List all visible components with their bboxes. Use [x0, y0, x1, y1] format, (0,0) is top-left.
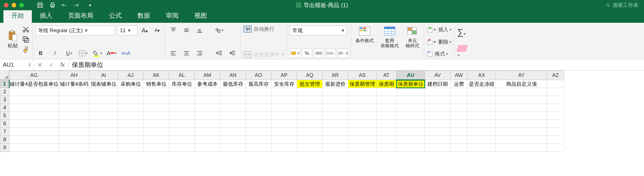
- cell[interactable]: [425, 112, 450, 120]
- cell[interactable]: [90, 120, 118, 128]
- phonetic-button[interactable]: abcA: [121, 49, 131, 58]
- cell[interactable]: [450, 120, 468, 128]
- cell[interactable]: [297, 120, 323, 128]
- cell[interactable]: [195, 96, 220, 104]
- cell[interactable]: [246, 112, 271, 120]
- cell[interactable]: 保质期单位: [396, 80, 425, 88]
- cell[interactable]: [9, 128, 59, 136]
- cell[interactable]: 建档日期: [425, 80, 450, 88]
- cell[interactable]: [9, 144, 59, 152]
- cell[interactable]: [547, 128, 564, 136]
- cell[interactable]: [220, 112, 246, 120]
- cell[interactable]: [144, 88, 169, 96]
- comma-button[interactable]: 000: [314, 49, 324, 58]
- cell[interactable]: [246, 144, 271, 152]
- name-box[interactable]: AU1 ▲▼: [0, 59, 34, 70]
- percent-button[interactable]: %: [302, 49, 312, 58]
- cell[interactable]: [496, 88, 547, 96]
- underline-button[interactable]: U▾: [64, 49, 74, 58]
- increase-indent-button[interactable]: [227, 49, 238, 58]
- cell[interactable]: [348, 136, 377, 144]
- tab-insert[interactable]: 插入: [32, 9, 60, 23]
- column-header[interactable]: AX: [468, 71, 496, 80]
- cell[interactable]: [169, 112, 195, 120]
- cell[interactable]: [297, 144, 323, 152]
- redo-button[interactable]: ▾: [74, 1, 81, 9]
- cell[interactable]: [195, 144, 220, 152]
- cell[interactable]: [118, 96, 144, 104]
- row-header[interactable]: 9: [0, 144, 9, 152]
- column-header[interactable]: AJ: [118, 71, 144, 80]
- cell[interactable]: [496, 144, 547, 152]
- cell[interactable]: [348, 144, 377, 152]
- cell[interactable]: [377, 136, 396, 144]
- decrease-indent-button[interactable]: [214, 49, 225, 58]
- cell[interactable]: [144, 120, 169, 128]
- cell[interactable]: [195, 136, 220, 144]
- cell[interactable]: 报表辅单位: [90, 80, 118, 88]
- cell[interactable]: [297, 128, 323, 136]
- cell[interactable]: [90, 128, 118, 136]
- cell[interactable]: [9, 112, 59, 120]
- cell[interactable]: [348, 112, 377, 120]
- column-header[interactable]: AP: [271, 71, 297, 80]
- cell[interactable]: [396, 144, 425, 152]
- column-header[interactable]: AO: [246, 71, 271, 80]
- cell[interactable]: [396, 96, 425, 104]
- cell[interactable]: 采购单位: [118, 80, 144, 88]
- column-header[interactable]: AG: [9, 71, 59, 80]
- decrease-decimal-button[interactable]: .00←.0: [338, 49, 348, 58]
- cell[interactable]: [323, 96, 348, 104]
- align-left-button[interactable]: [168, 49, 178, 58]
- cell[interactable]: [396, 136, 425, 144]
- cell[interactable]: [450, 136, 468, 144]
- undo-button[interactable]: ▾: [61, 1, 69, 9]
- cell[interactable]: 销售单位: [144, 80, 169, 88]
- cell[interactable]: [9, 136, 59, 144]
- cell[interactable]: [144, 136, 169, 144]
- print-icon[interactable]: [49, 1, 56, 9]
- font-size-combo[interactable]: 11▾: [117, 26, 137, 35]
- cell[interactable]: [90, 96, 118, 104]
- cell[interactable]: [496, 136, 547, 144]
- row-header[interactable]: 8: [0, 136, 9, 144]
- cell[interactable]: [220, 136, 246, 144]
- column-header[interactable]: AR: [323, 71, 348, 80]
- cell[interactable]: [59, 144, 90, 152]
- cell[interactable]: [169, 136, 195, 144]
- cell[interactable]: [396, 104, 425, 112]
- cell[interactable]: [246, 96, 271, 104]
- cell[interactable]: [169, 88, 195, 96]
- cell[interactable]: [59, 128, 90, 136]
- cell[interactable]: [246, 136, 271, 144]
- cell[interactable]: [144, 96, 169, 104]
- increase-decimal-button[interactable]: .0.00→: [326, 49, 336, 58]
- cell[interactable]: [468, 120, 496, 128]
- cell[interactable]: [377, 120, 396, 128]
- cell[interactable]: [59, 96, 90, 104]
- cell[interactable]: [468, 104, 496, 112]
- italic-button[interactable]: I: [50, 49, 60, 58]
- cell[interactable]: [118, 88, 144, 96]
- cell[interactable]: [195, 112, 220, 120]
- row-header[interactable]: 2: [0, 88, 9, 96]
- column-header[interactable]: AU: [396, 71, 425, 80]
- copy-button[interactable]: [22, 36, 30, 43]
- cell[interactable]: [220, 120, 246, 128]
- cell[interactable]: [144, 112, 169, 120]
- cell[interactable]: [169, 120, 195, 128]
- align-center-button[interactable]: [181, 49, 192, 58]
- cell[interactable]: [118, 136, 144, 144]
- cell[interactable]: [468, 112, 496, 120]
- fx-button[interactable]: fx: [57, 59, 68, 70]
- cell[interactable]: [348, 128, 377, 136]
- cell[interactable]: [195, 120, 220, 128]
- select-all-corner[interactable]: [0, 71, 9, 80]
- cell[interactable]: [195, 128, 220, 136]
- cell[interactable]: [323, 120, 348, 128]
- format-as-table-button[interactable]: 套用 表格格式: [379, 26, 400, 49]
- spreadsheet-grid[interactable]: AGAHAIAJAKALAMANAOAPAQARASATAUAVAWAXAYAZ…: [0, 71, 644, 152]
- column-header[interactable]: AQ: [297, 71, 323, 80]
- autosum-button[interactable]: ∑▾: [457, 27, 466, 37]
- cell[interactable]: [547, 112, 564, 120]
